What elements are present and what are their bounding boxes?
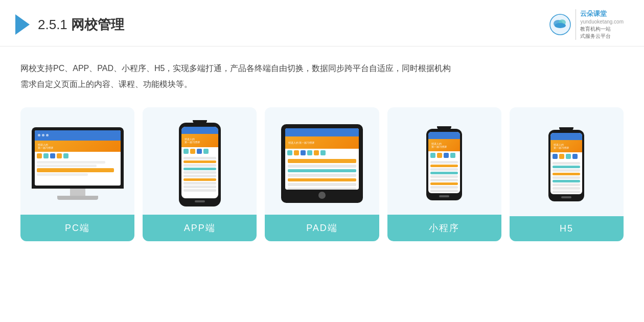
card-h5-image: 招进人的第一届习惯课 (510, 107, 624, 216)
page-title: 2.5.1 网校管理 (38, 16, 124, 34)
brand-name: 云朵课堂 (580, 9, 607, 18)
card-app-label: APP端 (143, 215, 257, 241)
title-prefix: 2.5.1 (38, 17, 71, 32)
card-h5: 招进人的第一届习惯课 (510, 107, 624, 241)
card-miniprogram-image: 招进人的第一届习惯课 (387, 107, 501, 215)
description-line2: 需求自定义页面上的内容、课程、功能模块等。 (20, 77, 624, 92)
card-pc-image: 招进人的第一届习惯课 (20, 107, 134, 215)
card-miniprogram-label: 小程序 (387, 215, 501, 241)
app-phone-icon: 招进人的第一届习惯课 (177, 120, 223, 206)
card-miniprogram: 招进人的第一届习惯课 (387, 107, 501, 241)
miniprogram-phone-icon: 招进人的第一届习惯课 (425, 126, 464, 200)
card-h5-label: H5 (510, 216, 624, 241)
brand-site: yunduoketang.com (580, 18, 624, 26)
svg-point-3 (555, 23, 566, 28)
h5-phone-icon: 招进人的第一届习惯课 (547, 127, 586, 201)
device-cards-container: 招进人的第一届习惯课 (20, 107, 624, 241)
brand-logo: 云朵课堂 yunduoketang.com 教育机构一站 式服务云平台 (549, 9, 624, 40)
page-header: 2.5.1 网校管理 云朵课堂 yunduoketang.com 教育机构一站 … (0, 0, 644, 47)
pad-tablet-icon: 招进人的 第一届习惯课 (281, 124, 363, 203)
brand-text: 云朵课堂 yunduoketang.com 教育机构一站 式服务云平台 (576, 9, 624, 40)
card-app: 招进人的第一届习惯课 (143, 107, 257, 241)
card-pad-label: PAD端 (265, 215, 379, 241)
description-line1: 网校支持PC、APP、PAD、小程序、H5，实现多端打通，产品各终端自由切换，数… (20, 61, 624, 76)
brand-tagline: 教育机构一站 (580, 26, 611, 33)
main-content: 网校支持PC、APP、PAD、小程序、H5，实现多端打通，产品各终端自由切换，数… (0, 47, 644, 251)
card-pc: 招进人的第一届习惯课 (20, 107, 134, 241)
yunduoketang-icon (549, 13, 571, 36)
card-app-image: 招进人的第一届习惯课 (143, 107, 257, 215)
brand-tagline2: 式服务云平台 (580, 33, 611, 40)
card-pad-image: 招进人的 第一届习惯课 (265, 107, 379, 215)
logo-triangle-icon (15, 14, 30, 35)
description-text: 网校支持PC、APP、PAD、小程序、H5，实现多端打通，产品各终端自由切换，数… (20, 61, 624, 92)
card-pad: 招进人的 第一届习惯课 (265, 107, 379, 241)
card-pc-label: PC端 (20, 215, 134, 241)
header-left: 2.5.1 网校管理 (15, 14, 124, 35)
title-main: 网校管理 (71, 17, 124, 32)
pc-monitor-icon: 招进人的第一届习惯课 (32, 127, 124, 200)
